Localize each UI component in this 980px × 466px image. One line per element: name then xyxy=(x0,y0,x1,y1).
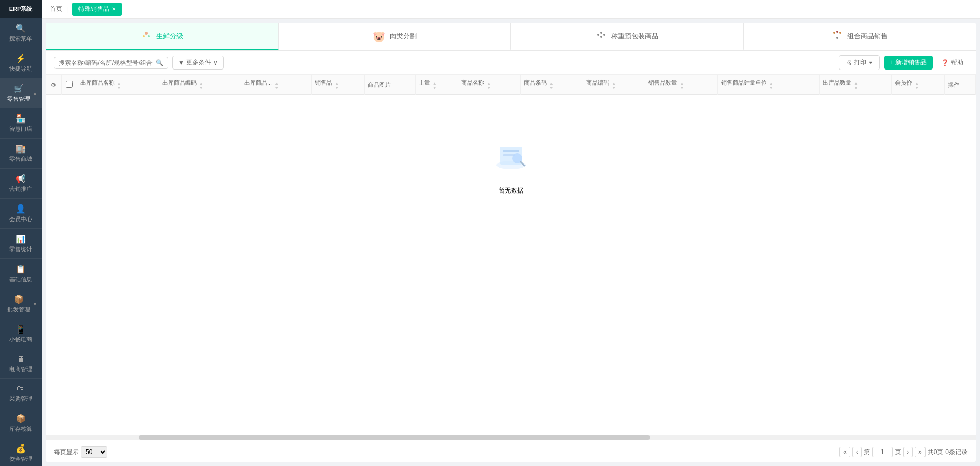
th-goods-code[interactable]: 商品编码 ▲▼ xyxy=(583,75,645,95)
search-icon: 🔍 xyxy=(156,59,163,66)
last-page-button[interactable]: » xyxy=(915,447,926,457)
svg-point-2 xyxy=(148,35,150,37)
sort-icon: ▲▼ xyxy=(274,81,279,90)
sidebar-item-mini-ecom[interactable]: 📱 小畅电商 xyxy=(0,319,42,349)
ecom-mgmt-icon: 🖥 xyxy=(17,354,25,364)
print-label: 打印 xyxy=(854,58,866,67)
per-page-label: 每页显示 xyxy=(54,448,79,457)
sidebar-item-ecom-mgmt[interactable]: 🖥 电商管理 xyxy=(0,349,42,379)
per-page-select[interactable]: 50 10 20 100 xyxy=(81,446,107,458)
fresh-grade-icon xyxy=(141,29,152,43)
svg-point-8 xyxy=(836,31,838,33)
next-page-button[interactable]: › xyxy=(903,447,913,457)
sales-promo-icon: 📢 xyxy=(16,174,26,184)
th-checkbox[interactable] xyxy=(61,75,77,95)
th-barcode[interactable]: 商品条码 ▲▼ xyxy=(520,75,583,95)
svg-point-4 xyxy=(600,32,602,34)
th-out-spec[interactable]: 出库商品... ▲▼ xyxy=(241,75,312,95)
svg-point-0 xyxy=(145,32,148,35)
print-button[interactable]: 🖨 打印 ▼ xyxy=(839,55,880,70)
prev-page-button[interactable]: ‹ xyxy=(852,447,862,457)
new-sale-item-button[interactable]: + 新增销售品 xyxy=(884,56,933,70)
sort-icon: ▲▼ xyxy=(680,81,684,90)
breadcrumb-home[interactable]: 首页 xyxy=(50,5,62,13)
sidebar-item-label: 库存核算 xyxy=(9,425,32,433)
tab-label: 组合商品销售 xyxy=(847,32,888,41)
sidebar-item-retail-stats[interactable]: 📊 零售统计 xyxy=(0,229,42,259)
th-out-code[interactable]: 出库商品编码 ▲▼ xyxy=(159,75,241,95)
sidebar-item-label: 零售统计 xyxy=(9,245,32,253)
page-label-before: 第 xyxy=(864,448,870,457)
toolbar: 🔍 ▼ 更多条件 ∨ 🖨 打印 ▼ + 新增销售品 ❓ 帮助 xyxy=(46,51,976,75)
th-sale-qty[interactable]: 销售品数量 ▲▼ xyxy=(645,75,717,95)
sidebar-item-finance-mgmt[interactable]: 💰 资金管理 xyxy=(0,438,42,466)
sidebar-item-purchase-mgmt[interactable]: 🛍 采购管理 xyxy=(0,379,42,408)
sidebar-item-quick-nav[interactable]: ⚡ 快捷导航 xyxy=(0,48,42,78)
tab-meat-cut[interactable]: 🐷 肉类分割 xyxy=(279,23,512,50)
sidebar-item-label: 批发管理 xyxy=(7,306,30,313)
quick-nav-icon: ⚡ xyxy=(16,53,26,63)
th-goods-name[interactable]: 商品名称 ▲▼ xyxy=(458,75,520,95)
sort-icon: ▲▼ xyxy=(854,81,858,90)
help-button[interactable]: ❓ 帮助 xyxy=(937,56,968,70)
sort-icon: ▲▼ xyxy=(433,81,437,90)
breadcrumb-current-tab[interactable]: 特殊销售品 ✕ xyxy=(72,3,122,16)
tab-weigh-pack[interactable]: 称重预包装商品 xyxy=(511,23,744,50)
print-chevron-icon: ▼ xyxy=(868,60,873,65)
th-out-qty[interactable]: 出库品数量 ▲▼ xyxy=(819,75,891,95)
total-pages: 共0页 xyxy=(928,448,944,457)
sidebar-item-retail-mgmt[interactable]: 🛒 零售管理 ▲ xyxy=(0,78,42,108)
help-label: 帮助 xyxy=(951,58,963,67)
th-out-name[interactable]: 出库商品名称 ▲▼ xyxy=(77,75,159,95)
pagination-bar: 每页显示 50 10 20 100 « ‹ 第 页 › » 共0页 0条记录 xyxy=(46,442,976,462)
search-menu-icon: 🔍 xyxy=(16,23,26,33)
sidebar-item-inventory[interactable]: 📦 库存核算 xyxy=(0,408,42,438)
new-label: + 新增销售品 xyxy=(890,58,927,67)
sort-icon: ▲▼ xyxy=(612,81,616,90)
empty-state-text: 暂无数据 xyxy=(499,186,523,195)
sort-icon: ▲▼ xyxy=(915,81,919,90)
sidebar-item-smart-store[interactable]: 🏪 智慧门店 xyxy=(0,108,42,139)
tab-combo[interactable]: 组合商品销售 xyxy=(744,23,976,50)
horizontal-scrollbar[interactable] xyxy=(46,435,976,440)
sidebar-item-search-menu[interactable]: 🔍 搜索菜单 xyxy=(0,18,42,48)
select-all-checkbox[interactable] xyxy=(66,81,73,88)
th-sale-unit[interactable]: 销售商品计量单位 ▲▼ xyxy=(717,75,819,95)
first-page-button[interactable]: « xyxy=(839,447,850,457)
sidebar-item-sales-promo[interactable]: 📢 营销推广 xyxy=(0,169,42,199)
tab-label: 生鲜分级 xyxy=(156,32,183,41)
search-box[interactable]: 🔍 xyxy=(54,57,168,69)
sidebar-item-retail-mall[interactable]: 🏬 零售商城 xyxy=(0,139,42,169)
svg-rect-13 xyxy=(503,150,519,152)
filter-button[interactable]: ▼ 更多条件 ∨ xyxy=(172,56,224,70)
search-input[interactable] xyxy=(59,59,154,66)
sidebar-item-wholesale-mgmt[interactable]: 📦 批发管理 ▼ xyxy=(0,289,42,319)
close-tab-icon[interactable]: ✕ xyxy=(112,6,116,12)
filter-icon: ▼ xyxy=(178,59,184,66)
th-sale-item[interactable]: 销售品 ▲▼ xyxy=(312,75,364,95)
tab-label: 称重预包装商品 xyxy=(611,32,658,41)
svg-point-7 xyxy=(833,32,835,34)
retail-mgmt-icon: 🛒 xyxy=(13,84,24,93)
chevron-down-icon: ▲ xyxy=(33,91,37,96)
svg-point-6 xyxy=(600,36,602,38)
tab-fresh-grade[interactable]: 生鲜分级 xyxy=(46,23,279,50)
sidebar-item-label: 零售商城 xyxy=(9,155,32,163)
scrollbar-thumb[interactable] xyxy=(139,435,650,440)
th-gear[interactable]: ⚙ xyxy=(46,75,61,95)
sidebar-item-label: 资金管理 xyxy=(9,455,32,463)
sidebar-item-basic-info[interactable]: 📋 基础信息 xyxy=(0,259,42,289)
sidebar-item-label: 电商管理 xyxy=(9,365,32,373)
svg-point-1 xyxy=(143,35,145,37)
th-member-price[interactable]: 会员价 ▲▼ xyxy=(892,75,944,95)
top-bar: 首页 | 特殊销售品 ✕ xyxy=(42,0,980,19)
meat-cut-icon: 🐷 xyxy=(372,30,385,43)
sort-icon: ▲▼ xyxy=(769,81,774,90)
data-table: ⚙ 出库商品名称 ▲▼ 出库商品编码 ▲▼ 出库 xyxy=(46,75,976,95)
th-img[interactable]: 商品图片 xyxy=(364,75,415,95)
sidebar-item-member-center[interactable]: 👤 会员中心 xyxy=(0,199,42,229)
sidebar-item-label: 采购管理 xyxy=(9,395,32,403)
retail-stats-icon: 📊 xyxy=(16,234,26,244)
th-weight[interactable]: 主量 ▲▼ xyxy=(415,75,458,95)
current-page-input[interactable] xyxy=(872,447,893,457)
